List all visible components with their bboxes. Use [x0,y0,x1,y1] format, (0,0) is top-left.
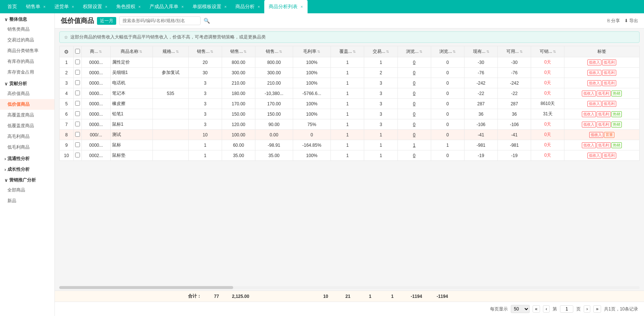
nav-inbound[interactable]: 产成品入库单 × [145,0,188,13]
nav-template[interactable]: 单据模板设置 × [188,0,231,13]
nav-purchase-close[interactable]: × [72,4,74,9]
col-gear[interactable]: ⚙ [60,46,74,57]
cell-checkbox[interactable] [74,99,82,109]
search-input[interactable] [119,16,201,25]
col-view2[interactable]: 浏览...⇅ [431,46,464,57]
sidebar-group-marketing[interactable]: ∨ 营销推广分析 [0,174,54,185]
col-view1[interactable]: 浏览...⇅ [398,46,431,57]
cell-view1[interactable]: 0 [398,88,431,99]
cell-view1[interactable]: 0 [398,99,431,109]
page-size-select[interactable]: 50 100 [511,305,530,313]
sidebar-item-high-value[interactable]: 高价值商品 [0,88,54,99]
sidebar-group-growth[interactable]: › 成长性分析 [0,163,54,174]
cell-view1[interactable]: 0 [398,150,431,161]
cell-checkbox[interactable] [74,57,82,68]
sidebar-item-high-margin[interactable]: 高毛利商品 [0,131,54,142]
cell-view1[interactable]: 0 [398,68,431,78]
row-checkbox[interactable] [75,153,80,157]
nav-product-analysis-list[interactable]: 商品分析列表 × [264,0,307,13]
view1-link[interactable]: 0 [413,91,416,96]
sidebar-item-sales-products[interactable]: 销售类商品 [0,24,54,35]
view1-link[interactable]: 1 [413,143,416,148]
col-stock2[interactable]: 可用...⇅ [498,46,531,57]
nav-purchase[interactable]: 进货单 × [50,0,78,13]
col-stock1[interactable]: 现有...⇅ [464,46,497,57]
sidebar-item-low-value[interactable]: 低价值商品 [0,99,54,110]
select-all-checkbox[interactable] [75,49,80,54]
col-sellable[interactable]: 可销...⇅ [531,46,564,57]
nav-sales[interactable]: 销售单 × [21,0,50,13]
row-checkbox[interactable] [75,70,80,75]
cell-view1[interactable]: 1 [398,140,431,150]
cell-checkbox[interactable] [74,140,82,150]
view1-link[interactable]: 0 [413,122,416,127]
row-checkbox[interactable] [75,132,80,137]
col-sale1[interactable]: 销售...⇅ [188,46,222,57]
nav-inbound-close[interactable]: × [181,4,184,9]
sidebar-item-high-coverage[interactable]: 高覆盖度商品 [0,110,54,120]
view1-link[interactable]: 0 [413,81,416,86]
cell-view1[interactable]: 0 [398,119,431,130]
nav-roles-close[interactable]: × [138,4,141,9]
view1-link[interactable]: 0 [413,132,416,137]
row-checkbox[interactable] [75,60,80,64]
col-cover[interactable]: 覆盖...⇅ [331,46,364,57]
row-checkbox[interactable] [75,122,80,126]
col-trade[interactable]: 交易...⇅ [364,46,398,57]
sidebar-item-category-rate[interactable]: 商品分类销售率 [0,45,54,56]
col-sale3[interactable]: 销售...⇅ [255,46,293,57]
nav-permissions-close[interactable]: × [105,4,107,9]
last-page-button[interactable]: » [593,305,601,313]
search-button[interactable]: 🔍 [204,18,210,24]
cell-view1[interactable]: 0 [398,78,431,88]
nav-product-list-close[interactable]: × [301,4,303,9]
col-checkbox[interactable] [74,46,82,57]
col-code[interactable]: 商...⇅ [82,46,111,57]
row-checkbox[interactable] [75,101,80,106]
nav-sales-close[interactable]: × [43,4,46,9]
col-sale2[interactable]: 销售...⇅ [222,46,255,57]
first-page-button[interactable]: « [533,305,540,313]
sidebar-group-overall[interactable]: ∨ 整体信息 [0,13,54,24]
view1-link[interactable]: 0 [413,101,416,106]
view1-link[interactable]: 0 [413,60,416,65]
horizontal-scrollbar[interactable] [59,286,640,289]
sidebar-item-all-products[interactable]: 全部商品 [0,185,54,196]
cell-checkbox[interactable] [74,119,82,130]
cell-checkbox[interactable] [74,130,82,140]
col-spec[interactable]: 规格...⇅ [152,46,188,57]
cell-view1[interactable]: 0 [398,109,431,119]
row-checkbox[interactable] [75,111,80,116]
sidebar-group-circulation[interactable]: › 流通性分析 [0,153,54,163]
next-page-button[interactable]: › [584,305,590,313]
cell-checkbox[interactable] [74,78,82,88]
col-margin[interactable]: 毛利率⇅ [293,46,331,57]
sidebar-group-contribution[interactable]: ∨ 贡献分析 [0,78,54,88]
cell-view1[interactable]: 0 [398,57,431,68]
sidebar-item-low-coverage[interactable]: 低覆盖度商品 [0,120,54,131]
prev-page-button[interactable]: ‹ [543,305,550,313]
nav-home[interactable]: 首页 [3,0,21,13]
scrollbar-thumb[interactable] [59,286,233,289]
sidebar-item-low-margin[interactable]: 低毛利商品 [0,142,54,153]
share-button[interactable]: ⎘ 分享 [607,18,620,24]
nav-roles[interactable]: 角色授权 × [112,0,145,13]
sidebar-item-stock-funds[interactable]: 库存资金占用 [0,67,54,78]
nav-template-close[interactable]: × [224,4,227,9]
nav-permissions[interactable]: 权限设置 × [78,0,112,13]
view1-link[interactable]: 0 [413,112,416,117]
cell-checkbox[interactable] [74,109,82,119]
sidebar-item-stocked-products[interactable]: 有库存的商品 [0,56,54,67]
export-button[interactable]: ⬇ 导出 [624,18,638,24]
nav-product-analysis[interactable]: 商品分析 × [231,0,264,13]
cell-checkbox[interactable] [74,68,82,78]
view1-link[interactable]: 0 [413,70,416,75]
row-checkbox[interactable] [75,142,80,147]
nav-product-analysis-close[interactable]: × [258,4,260,9]
cell-view1[interactable]: 0 [398,130,431,140]
filter-tag-button[interactable]: 近一月 [97,17,116,25]
cell-checkbox[interactable] [74,150,82,161]
sidebar-item-new-products[interactable]: 新品 [0,196,54,206]
page-number-input[interactable] [560,305,573,313]
col-name[interactable]: 商品名称⇅ [110,46,152,57]
